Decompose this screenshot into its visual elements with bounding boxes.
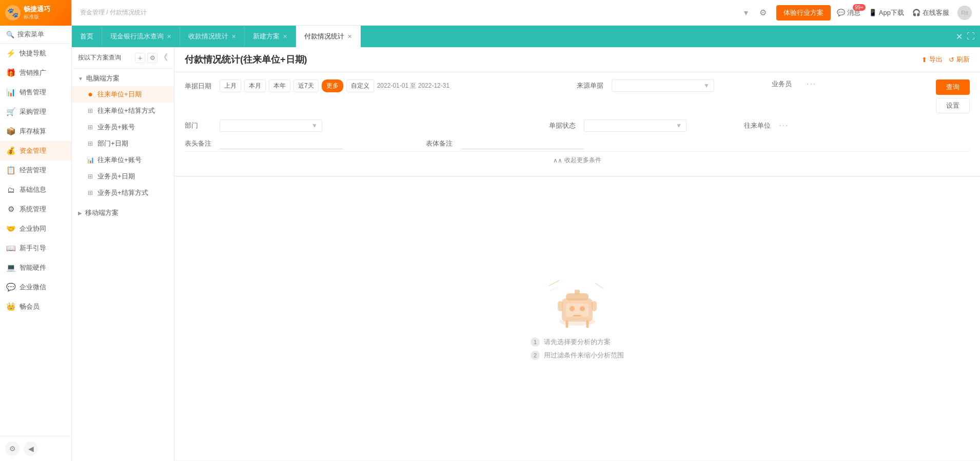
sidebar-collapse-icon[interactable]: ◀ [24,442,38,456]
source-select[interactable]: ▼ [612,79,714,92]
hint-text-2: 用过滤条件来缩小分析范围 [544,351,624,360]
topbar-right: 💬 消息 99+ 📱 App下载 🎧 在线客服 Rit [837,6,972,20]
app-download-btn[interactable]: 📱 App下载 [869,8,904,17]
tab-close-all-icon[interactable]: ✕ [956,32,963,42]
mobile-schemes-section: ▶ 移动端方案 [72,203,174,223]
scheme-staff-date[interactable]: ⊞ 业务员+日期 [72,168,174,185]
tab-new-scheme[interactable]: 新建方案 ✕ [245,26,296,47]
empty-hint-2: 2 用过滤条件来缩小分析范围 [531,351,624,360]
sidebar-item-smart-hw[interactable]: 💻 智能硬件 [0,258,71,277]
pc-schemes-header[interactable]: ▼ 电脑端方案 [72,71,174,86]
scheme-label: 业务员+结算方式 [97,188,148,197]
wechat-icon: 💬 [6,283,15,292]
search-menu[interactable]: 🔍 搜索菜单 [0,26,71,44]
section-arrow-icon: ▶ [78,210,82,216]
left-panel: 按以下方案查询 + ⚙ 《 ▼ 电脑端方案 ● 往来单位+日期 [72,47,174,461]
user-avatar[interactable]: Rit [957,6,972,20]
date-btn-more[interactable]: 更多 [322,79,343,92]
voucher-status-select[interactable]: ▼ [584,119,687,132]
date-btn-this-month[interactable]: 本月 [244,79,266,92]
empty-illustration [546,278,608,329]
dept-select[interactable]: ▼ [220,119,322,132]
tab-payment-stat-close[interactable]: ✕ [231,33,236,40]
main-content: 资金管理 / 付款情况统计 ▼ ⚙ 体验行业方案 💬 消息 99+ 📱 App下… [72,0,980,461]
search-label: 搜索菜单 [17,30,44,39]
scheme-icon: ⊞ [86,107,94,115]
sidebar-item-cooperation[interactable]: 🤝 企业协同 [0,219,71,238]
scheme-label: 往来单位+日期 [97,90,142,99]
query-btn[interactable]: 查询 [936,79,970,95]
tab-pay-stat-close[interactable]: ✕ [347,33,352,40]
body-note-input[interactable] [461,138,584,149]
scheme-icon: ⊞ [86,123,94,131]
sidebar-item-inventory[interactable]: 📦 库存核算 [0,122,71,141]
scheme-staff-account[interactable]: ⊞ 业务员+账号 [72,119,174,135]
scheme-staff-settle[interactable]: ⊞ 业务员+结算方式 [72,185,174,201]
topbar-dropdown-icon[interactable]: ▼ [742,9,750,17]
cooperation-icon: 🤝 [6,224,15,233]
tab-expand-icon[interactable]: ⛶ [967,32,975,41]
scheme-label: 往来单位+结算方式 [97,106,155,115]
export-btn[interactable]: ⬆ 导出 [922,55,943,64]
svg-rect-9 [592,301,597,311]
sidebar-settings-icon[interactable]: ⚙ [5,442,19,456]
sidebar-item-finance[interactable]: 💰 资金管理 [0,141,71,161]
sidebar-item-marketing[interactable]: 🎁 营销推广 [0,63,71,83]
quick-nav-icon: ⚡ [6,49,15,58]
sidebar-item-purchase[interactable]: 🛒 采购管理 [0,102,71,122]
topbar-settings-btn[interactable]: ⚙ [756,6,770,20]
svg-line-14 [551,287,557,291]
add-scheme-btn[interactable]: + [135,53,145,63]
mobile-schemes-header[interactable]: ▶ 移动端方案 [72,205,174,221]
tab-pay-stat[interactable]: 付款情况统计 ✕ [296,26,361,47]
trial-btn[interactable]: 体验行业方案 [776,5,831,21]
scheme-dept-date[interactable]: ⊞ 部门+日期 [72,135,174,152]
sidebar-item-label: 经营管理 [19,166,46,175]
refresh-btn[interactable]: ↺ 刷新 [949,55,970,64]
date-buttons: 上月 本月 本年 近7天 更多 自定义 2022-01-01 至 2022-12… [220,79,449,92]
sidebar-item-quick-nav[interactable]: ⚡ 快捷导航 [0,44,71,63]
scheme-icon: ⊞ [86,139,94,148]
collapse-conditions-btn[interactable]: ∧∧ 收起更多条件 [185,151,970,169]
hint-num-2: 2 [531,351,540,360]
sidebar-item-base-info[interactable]: 🗂 基础信息 [0,180,71,199]
sidebar-item-sales[interactable]: 📊 销售管理 [0,83,71,102]
source-select-arrow-icon: ▼ [703,82,710,89]
sidebar-item-wechat[interactable]: 💬 企业微信 [0,277,71,297]
dept-select-arrow-icon: ▼ [311,122,318,129]
service-btn[interactable]: 🎧 在线客服 [912,8,949,17]
partner-ellipsis[interactable]: ··· [779,121,789,130]
tab-new-scheme-label: 新建方案 [253,32,280,41]
sidebar-item-guide[interactable]: 📖 新手引导 [0,238,71,258]
scheme-partner-settle[interactable]: ⊞ 往来单位+结算方式 [72,103,174,119]
date-btn-last-month[interactable]: 上月 [220,79,241,92]
date-btn-custom[interactable]: 自定义 [346,79,374,92]
logo-subtitle: 标准版 [24,13,50,21]
scheme-settings-btn[interactable]: ⚙ [147,53,158,63]
scheme-chart-icon: 📊 [86,156,94,164]
staff-ellipsis[interactable]: ··· [807,79,816,89]
date-btn-this-year[interactable]: 本年 [269,79,290,92]
empty-hint-1: 1 请先选择要分析的方案 [531,337,624,347]
tab-payment-stat[interactable]: 收款情况统计 ✕ [180,26,245,47]
sidebar-item-system[interactable]: ⚙ 系统管理 [0,199,71,219]
settings-btn[interactable]: 设置 [936,98,970,113]
tab-cashflow[interactable]: 现金银行流水查询 ✕ [102,26,180,47]
tab-cashflow-close[interactable]: ✕ [167,33,171,40]
tab-home[interactable]: 首页 [72,26,102,47]
tab-pay-stat-label: 付款情况统计 [304,32,344,41]
scheme-partner-date[interactable]: ● 往来单位+日期 [72,86,174,103]
tab-new-scheme-close[interactable]: ✕ [283,33,287,40]
page-actions: ⬆ 导出 ↺ 刷新 [922,55,970,64]
header-note-input[interactable] [220,138,343,149]
date-btn-7days[interactable]: 近7天 [293,79,319,92]
svg-point-4 [580,306,585,311]
message-btn[interactable]: 💬 消息 99+ [837,8,860,17]
sidebar-item-operations[interactable]: 📋 经营管理 [0,161,71,180]
sidebar-item-label: 营销推广 [19,68,46,77]
scheme-partner-account[interactable]: 📊 往来单位+账号 [72,152,174,168]
panel-collapse-btn[interactable]: 《 [160,52,168,63]
collapse-label: 收起更多条件 [564,156,601,165]
smart-hw-icon: 💻 [6,263,15,272]
sidebar-item-vip[interactable]: 👑 畅会员 [0,297,71,316]
